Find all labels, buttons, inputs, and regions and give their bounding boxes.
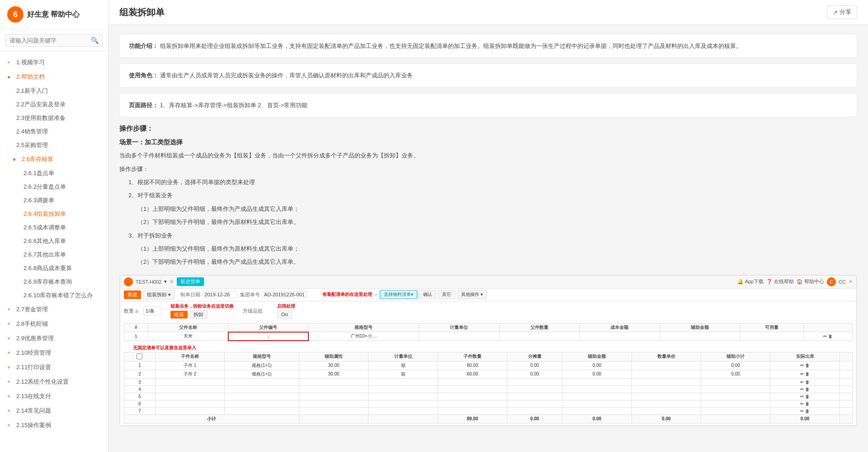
sidebar-item-finance[interactable]: + 2.7资金管理 [0, 302, 108, 317]
expand-icon-ops: + [7, 350, 14, 356]
fake-app-logo-icon [124, 277, 133, 286]
sidebar-item-ledger-check[interactable]: 2.6.9库存账本查询 [0, 275, 108, 289]
fake-new-btn[interactable]: 新建 [124, 290, 141, 299]
fake-ctd-sel3: 3 [124, 378, 156, 385]
fake-process-btn[interactable]: On [277, 310, 292, 319]
sidebar-item-videos[interactable]: + 1.视频学习 [0, 55, 108, 70]
fake-select-bom-btn[interactable]: 选择物料清单▾ [380, 290, 417, 299]
table-row: 5 ✏ 🗑 [124, 393, 853, 400]
sidebar-item-inventory[interactable]: ● 2.6库存核算 [0, 152, 108, 167]
sidebar-item-faq[interactable]: + 2.14常见问题 [0, 404, 108, 418]
fake-ctd-unit7 [368, 407, 438, 414]
fake-td-cost [580, 332, 660, 341]
fake-app-dropdown: ▾ [164, 279, 167, 285]
topbar: 组装拆卸单 ↗ 分享 [108, 0, 868, 25]
fake-cth-qty: 子件数量 [438, 352, 507, 361]
path-block: 页面路径： 1、库存核算->库存管理->组装拆卸单 2、首页->常用功能 [119, 93, 857, 117]
sidebar-item-coupon[interactable]: + 2.9优惠券管理 [0, 331, 108, 346]
share-button[interactable]: ↗ 分享 [827, 5, 857, 19]
fake-tf-c6 [701, 414, 770, 423]
fake-count-label: 数量 ≥ [124, 308, 138, 314]
sidebar-item-mobile[interactable]: + 2.8手机旺铺 [0, 317, 108, 331]
search-icon[interactable]: 🔍 [91, 37, 99, 44]
sidebar-item-purchase[interactable]: 2.5采购管理 [0, 138, 108, 152]
fake-tf-c7 [840, 414, 852, 423]
fake-select-all[interactable] [137, 353, 142, 359]
fake-count-input[interactable]: 1/条 [143, 307, 161, 315]
expand-icon-coupon: + [7, 335, 14, 342]
sidebar-item-transfer[interactable]: 2.6.3调拨单 [0, 194, 108, 207]
sidebar-item-cases[interactable]: + 2.15操作案例 [0, 418, 108, 433]
sidebar-item-sales[interactable]: 2.4销售管理 [0, 125, 108, 138]
fake-ctd-auxamt6 [562, 400, 632, 407]
fake-cth-subtotal: 辅助小计 [701, 352, 770, 361]
sidebar-label-finance: 2.7资金管理 [16, 305, 48, 314]
sidebar-label-coupon: 2.9优惠券管理 [16, 334, 54, 343]
fake-ctd-actualout7: ✏ 🗑 [770, 407, 840, 414]
expand-icon-online-pay: + [7, 393, 14, 400]
fake-ctd-auxamt7 [562, 407, 632, 414]
fake-tf-c1 [299, 414, 368, 423]
logo-text: 好生意 帮助中心 [27, 10, 80, 19]
sidebar-item-online-pay[interactable]: + 2.13在线支付 [0, 389, 108, 404]
fake-assembly-type-btn[interactable]: 组装拆卸 ▾ [143, 290, 175, 300]
fake-cth-alloc: 分摊量 [507, 352, 562, 361]
fake-second-nav: 新建 组装拆卸 ▾ 制单日期 2019-12-26 集团单号 AD-201912… [120, 289, 856, 301]
sidebar-item-stocktake[interactable]: 2.6.1盘点单 [0, 167, 108, 180]
sidebar-item-new-user[interactable]: 2.1新手入门 [0, 84, 108, 98]
fake-ctd-spec1: 规格(1+1) [225, 361, 299, 370]
sidebar-item-data-prep[interactable]: 2.3使用前数据准备 [0, 111, 108, 125]
sidebar-label-print: 2.11打印设置 [16, 363, 51, 371]
sidebar-item-assembly[interactable]: 2.6.4组装拆卸单 [0, 207, 108, 221]
sidebar-label-cases: 2.15操作案例 [16, 421, 51, 429]
function-intro-text: 组装拆卸单用来处理企业组装或拆卸等加工业务，支持有固定装配清单的产品加工业务，也… [160, 43, 742, 49]
sidebar-item-docs[interactable]: ● 2.帮助文档 [0, 70, 108, 84]
fake-close-icon[interactable]: ✕ [849, 279, 853, 285]
logo-area: 6 好生意 帮助中心 [0, 0, 108, 29]
table-row: 2 子件 2 规格(1+1) 30.00 箱 60.00 0.00 0.00 [124, 370, 853, 378]
sidebar-item-cost-adjust[interactable]: 2.6.5成本调整单 [0, 221, 108, 234]
fake-ctd-auxamt3 [562, 378, 632, 385]
fake-ctd-action3 [840, 378, 852, 385]
fake-ctd-subtotal7 [701, 407, 770, 414]
fake-date-value[interactable]: 2019-12-26 [202, 291, 238, 298]
sidebar-label-online-pay: 2.13在线支付 [16, 392, 51, 400]
type-btn-assembly[interactable]: 组装 [170, 311, 188, 319]
fake-td-name: 关米 [148, 332, 228, 341]
sidebar-item-partial-stocktake[interactable]: 2.6.2分量盘点单 [0, 180, 108, 194]
fake-tab-xincaigou[interactable]: 新进货单 [177, 277, 204, 286]
sidebar-item-install[interactable]: 2.2产品安装及登录 [0, 98, 108, 111]
fake-other-btn[interactable]: 其它 [438, 290, 455, 299]
sidebar-item-ledger-error[interactable]: 2.6.10库存账本错了怎么办 [0, 289, 108, 302]
fake-more-btn[interactable]: 其他操作 ▾ [457, 290, 487, 299]
fake-nav-center: 🏠 帮助中心 [797, 278, 824, 285]
step2-sub1: （1）上部明细为父件明细，最终作为产成品生成其它入库单； [137, 204, 857, 214]
fake-confirm-btn[interactable]: 确认 [419, 290, 436, 299]
type-toggle: 组装 拆卸 [170, 310, 208, 319]
fake-ctd-unitprice2 [632, 370, 701, 378]
fake-ctd-spec6 [225, 400, 299, 407]
fake-ctd-sel5: 5 [124, 393, 156, 400]
sidebar-item-other-in[interactable]: 2.6.6其他入库单 [0, 234, 108, 248]
expand-icon-docs: ● [7, 74, 14, 80]
main-content: 组装拆卸单 ↗ 分享 功能介绍： 组装拆卸单用来处理企业组装或拆卸等加工业务，支… [108, 0, 868, 452]
sidebar-item-cost-recalc[interactable]: 2.6.8商品成本重算 [0, 262, 108, 275]
sidebar-label-faq: 2.14常见问题 [16, 407, 51, 415]
fake-ctd-auxamt4 [562, 385, 632, 393]
fake-ctd-actualout6: ✏ 🗑 [770, 400, 840, 407]
fake-ctd-action4 [840, 385, 852, 393]
fake-ctd-unitprice6 [632, 400, 701, 407]
sidebar-item-ops[interactable]: + 2.10经营管理 [0, 346, 108, 360]
fake-ctd-actualout3: ✏ 🗑 [770, 378, 840, 385]
search-input[interactable] [9, 37, 91, 44]
fake-annotation-arrow: ↓ [267, 334, 269, 339]
fake-ctd-action7 [840, 407, 852, 414]
table-row: 4 ✏ 🗑 [124, 385, 853, 393]
sidebar-item-system[interactable]: + 2.12系统个性化设置 [0, 375, 108, 389]
sidebar-label-inventory: 2.6库存核算 [22, 155, 53, 163]
fake-td-qty [499, 332, 579, 341]
sidebar-item-print[interactable]: + 2.11打印设置 [0, 360, 108, 375]
fake-assembly-no-value[interactable]: AD-20191226-001 [262, 291, 307, 298]
type-btn-disassembly[interactable]: 拆卸 [189, 310, 208, 319]
sidebar-item-other-out[interactable]: 2.6.7其他出库单 [0, 248, 108, 262]
